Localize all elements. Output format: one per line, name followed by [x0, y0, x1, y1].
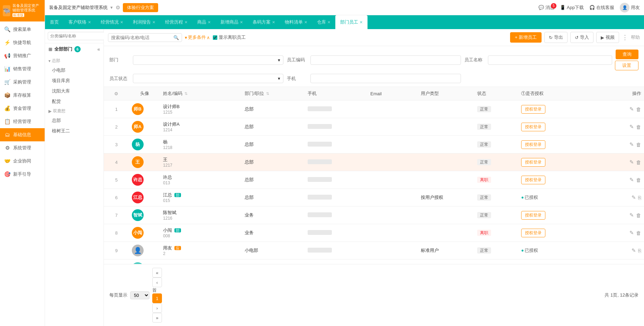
auth-btn[interactable]: 授权登录: [521, 140, 545, 149]
dept-item-project[interactable]: 项目库房: [45, 76, 103, 86]
empname-filter-input[interactable]: [488, 55, 612, 65]
tab-close-warehouse[interactable]: ✕: [327, 20, 330, 25]
add-employee-btn[interactable]: + 新增员工: [510, 32, 542, 43]
tab-close-customer[interactable]: ✕: [88, 20, 91, 25]
delete-btn[interactable]: 🗑: [636, 159, 641, 165]
empcode-filter-input[interactable]: [310, 55, 461, 65]
dept-item-zongbu[interactable]: 总部: [45, 115, 103, 126]
search-input[interactable]: [111, 35, 173, 40]
tab-goods[interactable]: 商品 ✕: [192, 15, 216, 29]
edit-btn[interactable]: ✎: [629, 124, 634, 130]
auth-btn[interactable]: 授权登录: [521, 105, 545, 114]
sidebar-item-system[interactable]: ⚙ 系统管理: [0, 141, 45, 155]
sidebar-item-marketing[interactable]: 📢 营销推广: [0, 49, 45, 62]
delete-btn[interactable]: 🗑: [636, 142, 641, 148]
phone-filter-input[interactable]: [310, 74, 461, 83]
tab-close-profit[interactable]: ✕: [152, 20, 155, 25]
delete-btn[interactable]: 🗑: [636, 106, 641, 112]
set-btn[interactable]: 设置: [615, 61, 638, 70]
tab-employees[interactable]: 部门员工 ✕: [335, 15, 368, 29]
auth-btn[interactable]: 授权登录: [521, 158, 545, 167]
auth-btn[interactable]: 授权登录: [521, 123, 545, 131]
show-resign-checkbox[interactable]: [213, 35, 217, 40]
dept-item-small-elec[interactable]: 小电部: [45, 65, 103, 76]
th-name[interactable]: 姓名/编码 ⇅: [160, 87, 242, 100]
edit-btn[interactable]: ✎: [629, 177, 634, 183]
tab-close-barcode[interactable]: ✕: [272, 20, 275, 25]
edit-btn[interactable]: ✎: [632, 194, 636, 201]
dept-item-distribution[interactable]: 配货: [45, 96, 103, 107]
online-service-btn[interactable]: 🎧 在线客服: [589, 5, 614, 11]
tab-home[interactable]: 首页: [45, 15, 64, 29]
edit-btn[interactable]: ✎: [629, 106, 634, 112]
tab-close-new-goods[interactable]: ✕: [240, 20, 243, 25]
dept-item-zhishu[interactable]: 植树王二: [45, 126, 103, 136]
sidebar-item-collab[interactable]: 🤝 企业协同: [0, 155, 45, 168]
tab-customer[interactable]: 客户联络 ✕: [64, 15, 96, 29]
delete-btn[interactable]: 🗑: [636, 124, 641, 130]
tab-close-employees[interactable]: ✕: [360, 20, 363, 25]
tab-profit[interactable]: 利润报告 ✕: [128, 15, 160, 29]
edit-btn[interactable]: ✎: [629, 230, 634, 236]
edit-btn[interactable]: ✎: [632, 247, 636, 254]
notification-btn[interactable]: 💬 5 消息: [538, 5, 554, 11]
trial-btn[interactable]: 体验行业方案: [123, 3, 158, 12]
auth-btn[interactable]: 授权登录: [521, 264, 545, 264]
sidebar-item-operations[interactable]: 📋 经营管理: [0, 115, 45, 128]
last-page-btn[interactable]: »: [152, 313, 162, 323]
auth-btn[interactable]: 授权登录: [521, 211, 545, 220]
auth-btn[interactable]: 授权登录: [521, 176, 545, 184]
tab-history[interactable]: 经营历程 ✕: [160, 15, 192, 29]
copy-btn[interactable]: ⎘: [638, 248, 641, 254]
edit-btn[interactable]: ✎: [629, 212, 634, 218]
edit-btn[interactable]: ✎: [629, 141, 634, 148]
more-options-btn[interactable]: ⋮: [622, 34, 628, 41]
dropdown-icon[interactable]: ▾: [110, 5, 113, 10]
copy-btn[interactable]: ⎘: [638, 195, 641, 201]
sidebar-item-sales[interactable]: 📊 销售管理: [0, 62, 45, 76]
prev-page-btn[interactable]: ‹: [152, 277, 162, 287]
sidebar-item-inventory[interactable]: 📦 库存核算: [0, 89, 45, 102]
dept-filter-select[interactable]: ▾: [133, 55, 283, 65]
tab-barcode[interactable]: 条码方案 ✕: [248, 15, 280, 29]
auth-btn[interactable]: 授权登录: [521, 229, 545, 237]
delete-btn[interactable]: 🗑: [636, 212, 641, 218]
sidebar-item-finance[interactable]: 💰 资金管理: [0, 102, 45, 115]
tab-bom[interactable]: 物料清单 ✕: [280, 15, 312, 29]
tab-new-goods[interactable]: 新增商品 ✕: [216, 15, 248, 29]
settings-icon[interactable]: ⚙: [116, 5, 120, 11]
sidebar-item-purchase[interactable]: 🛒 采购管理: [0, 76, 45, 89]
delete-btn[interactable]: 🗑: [636, 230, 641, 236]
more-filter-btn[interactable]: ▾ 更多条件 ∧: [185, 34, 210, 41]
tab-close-history[interactable]: ✕: [184, 20, 188, 25]
current-page[interactable]: 1: [152, 293, 162, 303]
page-size-select[interactable]: 50 100: [130, 291, 149, 299]
sidebar-item-basic-info[interactable]: 🗂 基础信息: [0, 128, 45, 141]
import-btn[interactable]: ↺ 导入: [570, 32, 593, 43]
status-filter-select[interactable]: ▾: [133, 74, 283, 83]
tab-business[interactable]: 经营情况 ✕: [96, 15, 128, 29]
th-dept[interactable]: 部门/职位 ⇅: [242, 87, 305, 100]
settings-icon[interactable]: ⚙: [114, 91, 118, 96]
sidebar-item-search[interactable]: 🔍 搜索菜单: [0, 23, 45, 36]
dept-item-shenyang[interactable]: 沈阳大库: [45, 86, 103, 96]
user-menu[interactable]: 👤 用友: [620, 3, 640, 12]
tab-warehouse[interactable]: 仓库 ✕: [312, 15, 335, 29]
tab-close-goods[interactable]: ✕: [208, 20, 211, 25]
tab-close-business[interactable]: ✕: [120, 20, 123, 25]
app-download-btn[interactable]: 📱 App下载: [560, 5, 584, 11]
export-btn[interactable]: ↻ 导出: [544, 32, 568, 43]
query-btn[interactable]: 查询: [616, 50, 638, 59]
sidebar-item-quicknav[interactable]: ⚡ 快捷导航: [0, 36, 45, 49]
first-page-btn[interactable]: «: [152, 268, 162, 277]
next-page-btn[interactable]: ›: [152, 303, 162, 313]
edit-btn[interactable]: ✎: [629, 159, 634, 165]
view-btn[interactable]: ▶ 视频: [596, 32, 619, 43]
search-icon[interactable]: 🔍: [173, 35, 179, 40]
search-bar: 🔍: [108, 33, 182, 42]
tab-close-bom[interactable]: ✕: [304, 20, 307, 25]
delete-btn[interactable]: 🗑: [636, 177, 641, 183]
dept-collapse-btn[interactable]: «: [97, 46, 100, 52]
sidebar-item-guide[interactable]: 🎯 新手引导: [0, 168, 45, 181]
dept-search-input[interactable]: [48, 32, 105, 40]
